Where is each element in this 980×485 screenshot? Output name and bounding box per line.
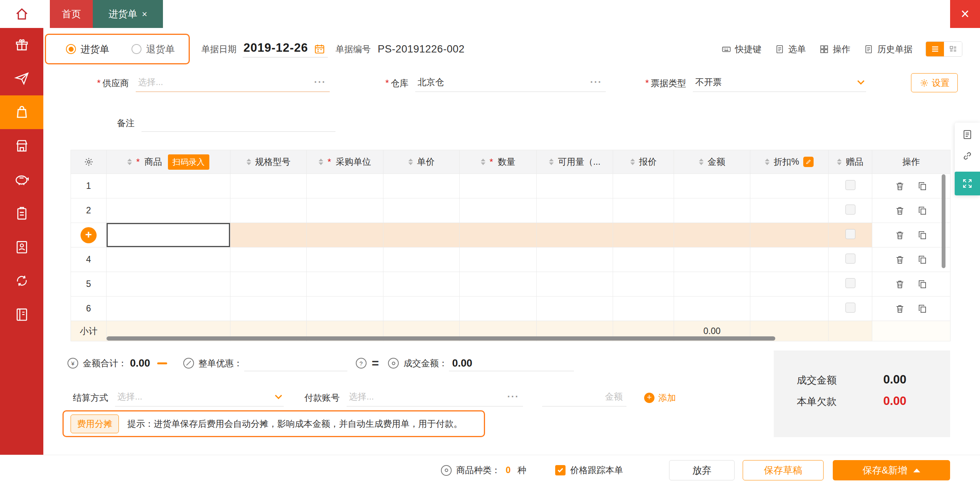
gift-checkbox[interactable]: [845, 205, 855, 215]
gift-checkbox[interactable]: [845, 278, 855, 288]
delete-row-icon[interactable]: [894, 181, 905, 192]
sort-icon[interactable]: [247, 159, 251, 165]
sidebar-item-finance[interactable]: [0, 163, 43, 197]
grid-cell-price[interactable]: [383, 297, 460, 321]
grid-cell-qty[interactable]: [460, 297, 537, 321]
vertical-scrollbar[interactable]: [942, 174, 945, 268]
grid-cell-spec[interactable]: [230, 198, 307, 223]
more-icon[interactable]: ···: [590, 77, 602, 88]
grid-cell-quote[interactable]: [613, 198, 674, 223]
col-header-qty[interactable]: * 数量: [460, 150, 537, 174]
calendar-icon[interactable]: [314, 43, 326, 55]
col-header-amount[interactable]: 金额: [674, 150, 750, 174]
more-icon[interactable]: ···: [314, 77, 326, 88]
sidebar-item-reports[interactable]: [0, 298, 43, 331]
delete-row-icon[interactable]: [894, 205, 905, 216]
grid-cell-spec[interactable]: [230, 247, 307, 272]
grid-cell-unit[interactable]: [307, 297, 383, 321]
list-view-button[interactable]: [926, 42, 944, 56]
chevron-down-icon[interactable]: [275, 392, 282, 399]
supplier-select[interactable]: 选择... ···: [136, 74, 330, 92]
delete-row-icon[interactable]: [894, 303, 905, 314]
delete-row-icon[interactable]: [894, 230, 905, 241]
card-view-button[interactable]: [944, 42, 962, 56]
sidebar-item-purchase[interactable]: [0, 95, 43, 129]
grid-cell-price[interactable]: [383, 198, 460, 223]
grid-cell-amount[interactable]: [674, 174, 750, 198]
sort-icon[interactable]: [481, 159, 485, 165]
collapse-minus-icon[interactable]: [157, 362, 167, 364]
grid-cell-qty[interactable]: [460, 247, 537, 272]
sort-icon[interactable]: [319, 159, 323, 165]
payment-amount-input[interactable]: 金额: [542, 389, 626, 406]
sidebar-item-warehouse[interactable]: [0, 129, 43, 163]
delete-row-icon[interactable]: [894, 254, 905, 265]
grid-cell-unit[interactable]: [307, 198, 383, 223]
add-payment-button[interactable]: + 添加: [644, 392, 676, 404]
grid-cell-product[interactable]: [107, 198, 230, 223]
grid-cell-price[interactable]: [383, 223, 460, 247]
copy-row-icon[interactable]: [917, 230, 928, 241]
fullscreen-expand-button[interactable]: [955, 172, 980, 195]
tab-close-icon[interactable]: ×: [142, 9, 147, 20]
abandon-button[interactable]: 放弃: [669, 460, 735, 480]
grid-cell-amount[interactable]: [674, 297, 750, 321]
payment-account-select[interactable]: 选择... ···: [347, 389, 523, 406]
grid-cell-discount[interactable]: [750, 223, 829, 247]
grid-cell-discount[interactable]: [750, 272, 829, 297]
checked-checkbox-icon[interactable]: [555, 465, 566, 475]
sidebar-item-goods[interactable]: [0, 28, 43, 62]
sidebar-item-sales[interactable]: [0, 62, 43, 95]
grid-cell-qty[interactable]: [460, 174, 537, 198]
save-and-new-button[interactable]: 保存&新增: [833, 460, 950, 480]
caret-up-icon[interactable]: [913, 469, 920, 472]
grid-cell-unit[interactable]: [307, 247, 383, 272]
tab-home[interactable]: 首页: [50, 0, 93, 28]
warehouse-select[interactable]: 北京仓 ···: [415, 74, 606, 92]
gift-checkbox[interactable]: [845, 303, 855, 313]
settings-button[interactable]: 设置: [911, 73, 958, 92]
grid-cell-spec[interactable]: [230, 223, 307, 247]
grid-cell-amount[interactable]: [674, 272, 750, 297]
horizontal-scrollbar[interactable]: [107, 336, 775, 341]
remark-input[interactable]: [141, 114, 335, 132]
column-settings-header[interactable]: [71, 150, 107, 174]
sort-icon[interactable]: [630, 159, 635, 165]
grid-cell-price[interactable]: [383, 247, 460, 272]
grid-cell-spec[interactable]: [230, 297, 307, 321]
sidebar-item-contacts[interactable]: [0, 230, 43, 264]
more-icon[interactable]: ···: [507, 391, 519, 402]
help-icon[interactable]: ?: [356, 358, 367, 369]
grid-cell-unit[interactable]: [307, 223, 383, 247]
window-close-button[interactable]: ×: [950, 0, 980, 28]
col-header-price[interactable]: 单价: [383, 150, 460, 174]
grid-cell-product[interactable]: [107, 247, 230, 272]
history-orders-button[interactable]: 历史单据: [863, 43, 913, 55]
col-header-quote[interactable]: 报价: [613, 150, 674, 174]
sort-icon[interactable]: [127, 159, 132, 165]
settle-method-select[interactable]: 选择...: [115, 389, 284, 406]
col-header-spec[interactable]: 规格型号: [230, 150, 307, 174]
order-discount-input[interactable]: [244, 355, 347, 371]
fee-share-button[interactable]: 费用分摊: [71, 415, 119, 433]
sort-icon[interactable]: [765, 159, 770, 165]
grid-cell-quote[interactable]: [613, 174, 674, 198]
radio-purchase-order[interactable]: 进货单: [66, 43, 109, 56]
grid-cell-price[interactable]: [383, 174, 460, 198]
grid-cell-amount[interactable]: [674, 223, 750, 247]
grid-cell-price[interactable]: [383, 272, 460, 297]
sort-icon[interactable]: [837, 159, 842, 165]
price-track-checkbox-group[interactable]: 价格跟踪本单: [555, 455, 623, 485]
grid-cell-product[interactable]: [107, 297, 230, 321]
grid-cell-discount[interactable]: [750, 297, 829, 321]
grid-cell-product[interactable]: [107, 272, 230, 297]
copy-row-icon[interactable]: [917, 254, 928, 265]
col-header-available[interactable]: 可用量（...: [537, 150, 613, 174]
col-header-gift[interactable]: 赠品: [829, 150, 872, 174]
scan-entry-button[interactable]: 扫码录入: [168, 154, 209, 170]
sort-icon[interactable]: [408, 159, 413, 165]
grid-cell-qty[interactable]: [460, 223, 537, 247]
grid-cell-unit[interactable]: [307, 174, 383, 198]
gift-checkbox[interactable]: [845, 229, 855, 239]
delete-row-icon[interactable]: [894, 279, 905, 290]
